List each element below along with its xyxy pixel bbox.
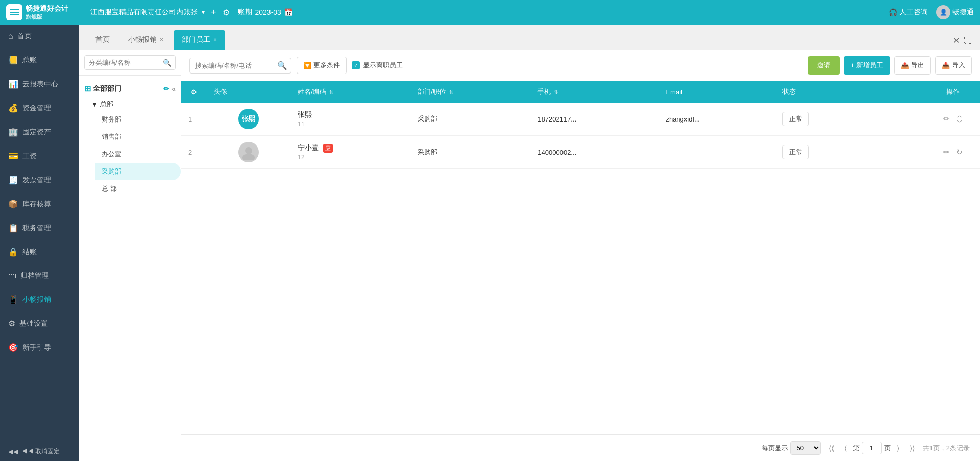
prev-page-button[interactable]: ⟨ [840, 442, 851, 454]
sidebar-item-basic-settings[interactable]: ⚙ 基础设置 [0, 311, 79, 335]
user-menu[interactable]: 👤 畅捷通 [936, 5, 974, 19]
col-settings[interactable]: ⚙ [181, 81, 207, 103]
fund-icon: 💰 [8, 103, 18, 113]
col-name-code[interactable]: 姓名/编码 ⇅ [290, 81, 410, 103]
sidebar-label-expense: 小畅报销 [22, 295, 51, 304]
employee-search-icon[interactable]: 🔍 [277, 61, 287, 70]
period-value: 2023-03 [255, 8, 281, 16]
employee-search-box: 🔍 [189, 58, 291, 74]
dept-item-office[interactable]: 办公室 [95, 145, 181, 163]
add-employee-button[interactable]: + 新增员工 [844, 56, 890, 75]
employee-panel: 🔍 🔽 更多条件 ✓ 显示离职员工 邀请 [181, 50, 980, 461]
payroll-icon: 💳 [8, 151, 18, 161]
row-actions-1: ✏ ⬡ [874, 103, 980, 136]
total-records-label: 共1页，2条记录 [923, 444, 970, 453]
page-content: 🔍 ⊞ 全部部门 ✏ « ▼ 总部 [79, 50, 980, 461]
sidebar-item-inventory[interactable]: 📦 库存核算 [0, 192, 79, 216]
tab-dept-employee[interactable]: 部门员工 × [174, 30, 225, 50]
company-dropdown-icon[interactable]: ▾ [202, 9, 205, 16]
invite-button[interactable]: 邀请 [808, 56, 840, 75]
dept-item-general[interactable]: 总 部 [95, 180, 181, 198]
sidebar-item-reports[interactable]: 📊 云报表中心 [0, 72, 79, 96]
dept-subtree: ▼ 总部 财务部 销售部 办公室 采购部 总 部 [79, 98, 181, 198]
filter-label: 更多条件 [313, 61, 340, 70]
sidebar-item-tax[interactable]: 📋 税务管理 [0, 216, 79, 240]
import-icon: 📥 [942, 62, 950, 69]
all-dept-item[interactable]: ⊞ 全部部门 ✏ « [79, 80, 181, 98]
row-num-2: 2 [181, 136, 207, 169]
tab-dept-close[interactable]: × [213, 36, 217, 43]
all-dept-label: 全部部门 [93, 84, 121, 93]
per-page-label: 每页显示 [762, 444, 788, 453]
tab-bar: 首页 小畅报销 × 部门员工 × ✕ ⛶ [79, 25, 980, 50]
ledger-icon: 📒 [8, 55, 18, 65]
add-company-button[interactable]: + [211, 7, 216, 18]
employee-search-input[interactable] [189, 58, 291, 74]
sidebar-item-home[interactable]: ⌂ 首页 [0, 25, 79, 48]
calendar-icon[interactable]: 📅 [284, 8, 293, 16]
tab-close-button[interactable]: ✕ [953, 36, 960, 45]
dept-search-wrap: 🔍 [84, 55, 176, 70]
basic-settings-icon: ⚙ [8, 319, 15, 328]
import-button[interactable]: 📥 导入 [935, 56, 972, 75]
logout-icon-1[interactable]: ⬡ [956, 114, 963, 124]
unpin-sidebar-button[interactable]: ◀◀ ◀◀ 取消固定 [0, 442, 79, 461]
sidebar-item-ledger[interactable]: 📒 总账 [0, 48, 79, 72]
settings-icon[interactable]: ⚙ [223, 8, 230, 17]
tab-dept-label: 部门员工 [182, 35, 210, 44]
guide-icon: 🎯 [8, 343, 18, 352]
dept-item-purchase[interactable]: 采购部 [95, 163, 181, 180]
company-selector[interactable]: 江西服宝精品有限责任公司内账张 ▾ [90, 8, 205, 17]
pagination-bar: 每页显示 50 10 20 100 ⟨⟨ ⟨ 第 页 [181, 434, 980, 461]
show-resigned-checkbox[interactable]: ✓ [352, 61, 360, 69]
tab-expense-close[interactable]: × [160, 36, 163, 43]
per-page-dropdown[interactable]: 50 10 20 100 [790, 441, 821, 455]
export-button[interactable]: 📤 导出 [894, 56, 931, 75]
tab-expense-label: 小畅报销 [128, 35, 157, 44]
filter-button[interactable]: 🔽 更多条件 [297, 57, 347, 74]
avatar-2 [238, 142, 259, 162]
col-email: Email [658, 81, 775, 103]
tab-expand-button[interactable]: ⛶ [964, 36, 972, 45]
dept-item-finance[interactable]: 财务部 [95, 111, 181, 128]
next-page-button[interactable]: ⟩ [893, 442, 903, 454]
reports-icon: 📊 [8, 79, 18, 89]
sidebar-item-payroll[interactable]: 💳 工资 [0, 144, 79, 168]
sidebar-item-fund[interactable]: 💰 资金管理 [0, 96, 79, 120]
dept-search-input[interactable] [84, 55, 176, 70]
col-dept-position[interactable]: 部门/职位 ⇅ [410, 81, 530, 103]
first-page-button[interactable]: ⟨⟨ [825, 442, 838, 454]
support-button[interactable]: 🎧 人工咨询 [889, 8, 928, 17]
sidebar-item-guide[interactable]: 🎯 新手引导 [0, 335, 79, 359]
grid-icon: ⊞ [84, 84, 91, 93]
employee-code-2: 12 [298, 154, 403, 161]
sidebar-item-expense[interactable]: 📱 小畅报销 [0, 287, 79, 311]
logo-icon [6, 4, 22, 20]
sidebar-item-invoice[interactable]: 🧾 发票管理 [0, 168, 79, 192]
dept-edit-icon[interactable]: ✏ [163, 85, 169, 93]
delete-icon-2[interactable]: ↻ [956, 148, 963, 157]
row-name-2: 宁小壹 应 12 [290, 136, 410, 169]
page-number-input[interactable] [862, 442, 882, 454]
tab-expense[interactable]: 小畅报销 × [120, 30, 172, 50]
row-dept-2: 采购部 [410, 136, 530, 169]
dept-item-sales[interactable]: 销售部 [95, 128, 181, 145]
last-page-button[interactable]: ⟩⟩ [905, 442, 919, 454]
dept-collapse-icon[interactable]: « [172, 85, 176, 93]
sidebar-item-fixed-assets[interactable]: 🏢 固定资产 [0, 120, 79, 144]
show-resigned-toggle[interactable]: ✓ 显示离职员工 [352, 61, 403, 70]
toolbar-right: 邀请 + 新增员工 📤 导出 📥 导入 [808, 56, 972, 75]
dept-search-icon[interactable]: 🔍 [163, 59, 172, 67]
username: 畅捷通 [952, 8, 974, 17]
inventory-icon: 📦 [8, 199, 18, 209]
employee-toolbar: 🔍 🔽 更多条件 ✓ 显示离职员工 邀请 [181, 50, 980, 81]
sidebar-item-archive[interactable]: 🗃 归档管理 [0, 264, 79, 287]
sidebar-item-close[interactable]: 🔒 结账 [0, 240, 79, 264]
edit-icon-2[interactable]: ✏ [943, 148, 950, 157]
filter-icon: 🔽 [303, 62, 311, 69]
col-phone[interactable]: 手机 ⇅ [530, 81, 658, 103]
page-suffix: 页 [884, 444, 891, 453]
tab-home[interactable]: 首页 [87, 30, 118, 50]
main-container: ⌂ 首页 📒 总账 📊 云报表中心 💰 资金管理 🏢 固定资产 💳 工资 🧾 发… [0, 25, 980, 461]
edit-icon-1[interactable]: ✏ [943, 114, 950, 124]
